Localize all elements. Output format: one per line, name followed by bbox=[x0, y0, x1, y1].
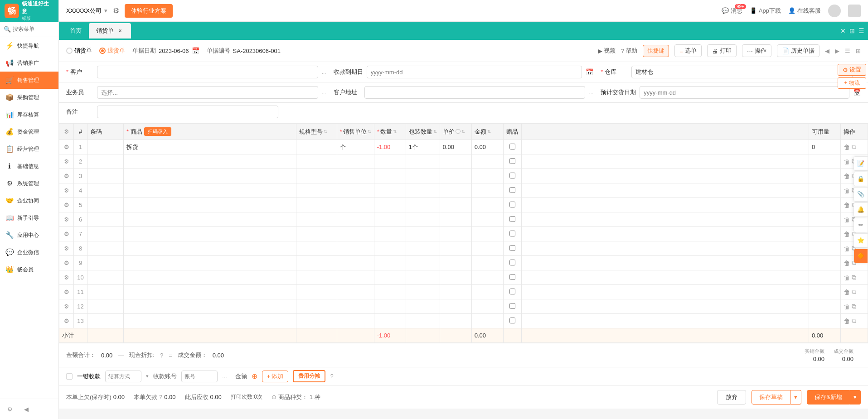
save-new-btn[interactable]: 保存&新增 bbox=[807, 390, 850, 405]
row-gift[interactable] bbox=[503, 212, 521, 227]
sidebar-item-finance[interactable]: 💰 资金管理 bbox=[0, 123, 58, 140]
row-extra[interactable] bbox=[521, 140, 809, 154]
row-qty[interactable] bbox=[374, 227, 406, 241]
row-delete-icon[interactable]: 🗑 bbox=[844, 245, 850, 252]
operation-btn[interactable]: ⋯ 操作 bbox=[742, 44, 771, 57]
row-extra[interactable] bbox=[521, 241, 809, 256]
row-barcode[interactable] bbox=[87, 270, 124, 285]
row-spec[interactable] bbox=[296, 140, 337, 154]
row-qty[interactable] bbox=[374, 270, 406, 285]
row-qty[interactable] bbox=[374, 212, 406, 227]
account-input[interactable] bbox=[181, 371, 218, 382]
sidebar-item-enterprise[interactable]: 🤝 企业协同 bbox=[0, 192, 58, 209]
company-selector[interactable]: XXXXXX公司 ▾ bbox=[66, 7, 107, 15]
save-new-arrow[interactable]: ▾ bbox=[850, 390, 861, 405]
row-unit[interactable] bbox=[337, 241, 374, 256]
print-btn[interactable]: 🖨 打印 bbox=[707, 44, 737, 57]
sidebar-item-wechat[interactable]: 💬 企业微信 bbox=[0, 244, 58, 261]
row-pkg[interactable] bbox=[406, 285, 440, 299]
row-copy-icon[interactable]: ⧉ bbox=[852, 317, 856, 325]
expense-help-icon[interactable]: ? bbox=[330, 373, 333, 380]
sidebar-settings-btn[interactable]: ⚙ bbox=[4, 403, 16, 415]
row-product[interactable] bbox=[124, 285, 296, 299]
row-settings-cell[interactable]: ⚙ bbox=[59, 198, 74, 212]
close-window-icon[interactable]: ✕ bbox=[840, 27, 846, 34]
tab-sales-order[interactable]: 销货单 × bbox=[89, 23, 131, 39]
row-amount[interactable] bbox=[471, 212, 503, 227]
row-product[interactable]: 拆货 bbox=[124, 140, 296, 154]
row-settings-cell[interactable]: ⚙ bbox=[59, 314, 74, 328]
row-unit[interactable] bbox=[337, 198, 374, 212]
date-calendar-icon[interactable]: 📅 bbox=[192, 47, 199, 54]
row-price[interactable] bbox=[440, 241, 471, 256]
row-pkg[interactable] bbox=[406, 241, 440, 256]
customer-addr-input[interactable] bbox=[364, 86, 586, 99]
row-amount[interactable] bbox=[471, 198, 503, 212]
row-pkg[interactable]: 1个 bbox=[406, 140, 440, 154]
row-spec[interactable] bbox=[296, 256, 337, 270]
remark-input[interactable] bbox=[97, 106, 278, 118]
row-price[interactable] bbox=[440, 299, 471, 314]
row-gift[interactable] bbox=[503, 169, 521, 183]
row-unit[interactable]: 个 bbox=[337, 140, 374, 154]
row-amount[interactable] bbox=[471, 183, 503, 198]
row-unit[interactable] bbox=[337, 314, 374, 328]
row-extra[interactable] bbox=[521, 285, 809, 299]
row-unit[interactable] bbox=[337, 270, 374, 285]
row-settings-cell[interactable]: ⚙ bbox=[59, 256, 74, 270]
row-pkg[interactable] bbox=[406, 270, 440, 285]
row-pkg[interactable] bbox=[406, 198, 440, 212]
list-view-icon[interactable]: ☰ bbox=[858, 27, 864, 34]
row-barcode[interactable] bbox=[87, 285, 124, 299]
row-amount[interactable] bbox=[471, 169, 503, 183]
sidebar-item-basics[interactable]: ℹ 基础信息 bbox=[0, 158, 58, 175]
row-barcode[interactable] bbox=[87, 256, 124, 270]
account-ellipsis[interactable]: ... bbox=[222, 373, 227, 380]
row-delete-icon[interactable]: 🗑 bbox=[844, 318, 850, 325]
row-unit[interactable] bbox=[337, 299, 374, 314]
row-delete-icon[interactable]: 🗑 bbox=[844, 173, 850, 180]
row-barcode[interactable] bbox=[87, 154, 124, 169]
row-product[interactable] bbox=[124, 256, 296, 270]
row-extra[interactable] bbox=[521, 227, 809, 241]
row-delete-icon[interactable]: 🗑 bbox=[844, 216, 850, 223]
float-btn-2[interactable]: 🔒 bbox=[853, 172, 868, 186]
row-unit[interactable] bbox=[337, 154, 374, 169]
row-delete-icon[interactable]: 🗑 bbox=[844, 260, 850, 267]
logistics-btn[interactable]: + 物流 bbox=[838, 77, 866, 89]
row-qty[interactable]: -1.00 bbox=[374, 140, 406, 154]
row-qty[interactable] bbox=[374, 154, 406, 169]
sidebar-item-apps[interactable]: 🔧 应用中心 bbox=[0, 226, 58, 244]
radio-return-order[interactable]: 退货单 bbox=[99, 47, 125, 55]
row-unit[interactable] bbox=[337, 212, 374, 227]
row-extra[interactable] bbox=[521, 154, 809, 169]
row-delete-icon[interactable]: 🗑 bbox=[844, 158, 850, 165]
row-price[interactable]: 0.00 bbox=[440, 140, 471, 154]
row-qty[interactable] bbox=[374, 299, 406, 314]
row-price[interactable] bbox=[440, 198, 471, 212]
row-extra[interactable] bbox=[521, 212, 809, 227]
tab-close-icon[interactable]: × bbox=[116, 27, 124, 34]
salesman-ellipsis[interactable]: ... bbox=[322, 89, 326, 96]
row-spec[interactable] bbox=[296, 241, 337, 256]
row-gift[interactable] bbox=[503, 299, 521, 314]
discount-help-icon[interactable]: ? bbox=[160, 352, 163, 359]
message-btn[interactable]: 💬 消息 99+ bbox=[722, 7, 742, 15]
row-extra[interactable] bbox=[521, 183, 809, 198]
float-btn-5[interactable]: ✏ bbox=[853, 218, 868, 232]
sidebar-item-guide[interactable]: 📖 新手引导 bbox=[0, 209, 58, 226]
row-spec[interactable] bbox=[296, 285, 337, 299]
row-amount[interactable] bbox=[471, 314, 503, 328]
row-product[interactable] bbox=[124, 154, 296, 169]
addr-ellipsis[interactable]: ... bbox=[589, 89, 593, 96]
row-spec[interactable] bbox=[296, 169, 337, 183]
payment-date-calendar-icon[interactable]: 📅 bbox=[586, 68, 593, 76]
row-unit[interactable] bbox=[337, 183, 374, 198]
view-list-icon[interactable]: ☰ bbox=[845, 48, 850, 54]
warehouse-input[interactable] bbox=[631, 66, 853, 78]
row-product[interactable] bbox=[124, 241, 296, 256]
row-barcode[interactable] bbox=[87, 227, 124, 241]
row-spec[interactable] bbox=[296, 227, 337, 241]
row-price[interactable] bbox=[440, 256, 471, 270]
sidebar-item-membership[interactable]: 👑 畅会员 bbox=[0, 261, 58, 278]
